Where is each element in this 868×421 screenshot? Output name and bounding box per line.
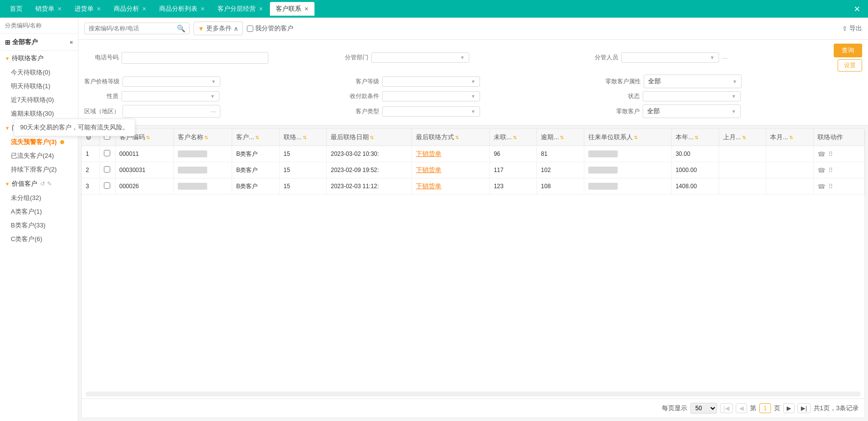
sidebar-item-declining[interactable]: 持续下滑客户(2) xyxy=(0,163,78,176)
sidebar-item-churned[interactable]: 已流失客户(24) xyxy=(0,149,78,163)
td-action-0[interactable]: ☎⠿ xyxy=(813,146,864,162)
td-code-0: 000011 xyxy=(115,146,173,162)
th-name[interactable]: 客户名称⇅ xyxy=(173,129,232,146)
th-this-month[interactable]: 本月...⇅ xyxy=(766,129,813,146)
horizontal-scrollbar[interactable] xyxy=(86,392,861,396)
th-contacts[interactable]: 联络...⇅ xyxy=(279,129,326,146)
arrow-icon-problem: ▼ xyxy=(5,125,10,131)
refresh-icon[interactable]: ↺ xyxy=(40,180,45,187)
table-header-row: ⚙ 客户编码⇅ 客户名称⇅ 客户...⇅ 联络...⇅ 最后联络日期⇅ 最后联络… xyxy=(82,129,865,146)
td-this-year-0: 30.00 xyxy=(672,146,719,162)
table-wrap[interactable]: ⚙ 客户编码⇅ 客户名称⇅ 客户...⇅ 联络...⇅ 最后联络日期⇅ 最后联络… xyxy=(82,129,865,390)
export-btn[interactable]: ⇧ 导出 xyxy=(842,24,862,33)
contact-icon-2[interactable]: ☎ xyxy=(818,183,825,190)
more-action-icon-2[interactable]: ⠿ xyxy=(828,183,833,190)
page-last-btn[interactable]: ▶| xyxy=(797,403,810,413)
td-name-1 xyxy=(173,162,232,178)
sidebar-search-input[interactable] xyxy=(5,22,78,29)
filter-payment: 收付款条件 ▼ xyxy=(345,91,602,101)
page-first-btn[interactable]: |◀ xyxy=(720,403,733,413)
tab-close-purchase[interactable]: ✕ xyxy=(96,6,101,12)
more-action-icon-0[interactable]: ⠿ xyxy=(828,150,833,158)
tab-close-product-list[interactable]: ✕ xyxy=(200,6,205,12)
tab-customer-contact[interactable]: 客户联系 ✕ xyxy=(270,2,314,16)
sidebar-all-customers[interactable]: ⊞ 全部客户 « xyxy=(0,34,78,51)
filter-zero-customer: 零散客户 全部 ▼ xyxy=(605,104,862,118)
sidebar-item-class-b[interactable]: B类客户(33) xyxy=(0,219,78,232)
th-customer-type[interactable]: 客户...⇅ xyxy=(232,129,279,146)
td-overdue-1: 102 xyxy=(537,162,584,178)
status-select[interactable]: ▼ xyxy=(643,91,741,101)
search-input[interactable] xyxy=(89,25,177,32)
sidebar-item-churn-warning[interactable]: 流失预警客户(3) xyxy=(0,135,78,149)
sidebar-item-class-c[interactable]: C类客户(6) xyxy=(0,232,78,246)
td-action-2[interactable]: ☎⠿ xyxy=(813,178,864,195)
sidebar-item-unclassified[interactable]: 未分组(32) xyxy=(0,191,78,205)
tab-close-customer-contact[interactable]: ✕ xyxy=(304,6,309,12)
area-select[interactable]: ··· xyxy=(122,105,220,118)
page-size-select[interactable]: 50 20 100 xyxy=(690,403,717,414)
payment-select[interactable]: ▼ xyxy=(382,91,480,101)
staff-more[interactable]: ··· xyxy=(722,54,728,62)
page-prev-btn[interactable]: ◀ xyxy=(736,403,747,413)
phone-input[interactable] xyxy=(121,52,268,64)
my-customers-checkbox[interactable] xyxy=(247,25,253,32)
search-input-wrap: 🔍 xyxy=(84,23,190,34)
page-next-btn[interactable]: ▶ xyxy=(783,403,795,413)
contact-icon-0[interactable]: ☎ xyxy=(818,150,825,158)
td-last-method-0[interactable]: 下销货单 xyxy=(412,146,490,162)
tab-close-product-analysis[interactable]: ✕ xyxy=(142,6,146,12)
tab-product-list[interactable]: 商品分析列表 ✕ xyxy=(153,2,211,16)
tab-sales[interactable]: 销货单 ✕ xyxy=(29,2,68,16)
th-last-month[interactable]: 上月...⇅ xyxy=(719,129,766,146)
filter-price-level: 客户价格等级 ▼ xyxy=(84,76,341,87)
td-checkbox-1[interactable] xyxy=(99,162,115,178)
customer-type-select[interactable]: ▼ xyxy=(382,106,480,117)
edit-icon[interactable]: ✎ xyxy=(47,180,52,187)
td-checkbox-2[interactable] xyxy=(99,178,115,195)
sidebar-group-pending[interactable]: ▼ 待联络客户 xyxy=(0,51,78,66)
td-this-year-2: 1408.00 xyxy=(672,178,719,195)
sidebar-collapse-icon[interactable]: « xyxy=(70,39,73,46)
tab-product-analysis[interactable]: 商品分析 ✕ xyxy=(108,2,152,16)
dept-select[interactable]: ▼ xyxy=(371,52,469,63)
th-this-year[interactable]: 本年...⇅ xyxy=(672,129,719,146)
tab-close-sales[interactable]: ✕ xyxy=(57,6,62,12)
staff-select[interactable]: ▼ xyxy=(621,52,719,63)
tab-customer-tier[interactable]: 客户分层经营 ✕ xyxy=(212,2,269,16)
area-more[interactable]: ··· xyxy=(210,107,216,115)
tab-home[interactable]: 首页 xyxy=(4,2,28,16)
sidebar-group-value[interactable]: ▼ 价值客户 ↺ ✎ xyxy=(0,176,78,191)
td-checkbox-0[interactable] xyxy=(99,146,115,162)
th-overdue[interactable]: 逾期...⇅ xyxy=(537,129,584,146)
setting-btn[interactable]: 设置 xyxy=(838,59,862,72)
price-level-select[interactable]: ▼ xyxy=(122,76,220,87)
sidebar-item-class-a[interactable]: A类客户(1) xyxy=(0,205,78,219)
more-filter-btn[interactable]: ▼ 更多条件 ∧ xyxy=(193,22,243,35)
query-btn[interactable]: 查询 xyxy=(834,44,862,57)
window-close-btn[interactable]: ✕ xyxy=(850,4,864,14)
th-last-method[interactable]: 最后联络方式⇅ xyxy=(412,129,490,146)
zero-customer-arrow: ▼ xyxy=(731,109,736,114)
contact-icon-1[interactable]: ☎ xyxy=(818,167,825,174)
th-unit-contact[interactable]: 往来单位联系人⇅ xyxy=(584,129,671,146)
tab-close-customer-tier[interactable]: ✕ xyxy=(259,6,263,12)
th-last-date[interactable]: 最后联络日期⇅ xyxy=(327,129,412,146)
customer-level-select[interactable]: ▼ xyxy=(382,76,480,87)
zero-customer-select[interactable]: 全部 ▼ xyxy=(643,104,741,118)
nature-select[interactable]: ▼ xyxy=(121,91,219,101)
zero-attr-select[interactable]: 全部 ▼ xyxy=(644,74,742,88)
search-btn[interactable]: 🔍 xyxy=(177,25,185,32)
sidebar-item-today[interactable]: 今天待联络(0) xyxy=(0,66,78,79)
my-customers-checkbox-label[interactable]: 我分管的客户 xyxy=(247,24,293,33)
th-no-contact[interactable]: 未联...⇅ xyxy=(489,129,536,146)
more-action-icon-1[interactable]: ⠿ xyxy=(828,167,833,174)
sidebar-item-tomorrow[interactable]: 明天待联络(1) xyxy=(0,79,78,93)
sort-icon-no-contact: ⇅ xyxy=(513,135,517,140)
filter-row-1: 电话号码 分管部门 ▼ 分管人员 ▼ ··· xyxy=(84,44,862,72)
td-last-method-1[interactable]: 下销货单 xyxy=(412,162,490,178)
td-action-1[interactable]: ☎⠿ xyxy=(813,162,864,178)
sidebar-item-7days[interactable]: 近7天待联络(0) xyxy=(0,93,78,107)
td-last-method-2[interactable]: 下销货单 xyxy=(412,178,490,195)
tab-purchase[interactable]: 进货单 ✕ xyxy=(69,2,107,16)
